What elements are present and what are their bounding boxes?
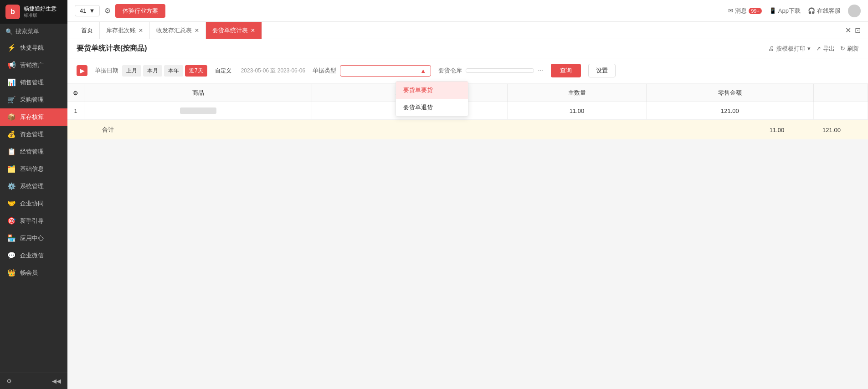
sidebar-item-basic[interactable]: 🗂️ 基础信息 [0,160,67,178]
tab-home[interactable]: 首页 [75,22,100,39]
filter-bar: ▶ 单据日期 上月 本月 本年 近7天 自定义 2023-05-06 至 202… [67,58,868,83]
tab-batch-account[interactable]: 库存批次账 ✕ [100,22,150,39]
search-icon: 🔍 [5,28,13,35]
th-product: 商品 [84,84,312,102]
sidebar: b 畅捷通好生意 标准版 🔍 搜索菜单 ⚡ 快捷导航 📢 营销推广 📊 销售管理… [0,0,67,389]
sidebar-item-member[interactable]: 👑 畅会员 [0,264,67,282]
online-service-action[interactable]: 🎧 在线客服 [808,7,841,15]
tab-delivery-summary[interactable]: 收发存汇总表 ✕ [150,22,206,39]
tabs-bar: 首页 库存批次账 ✕ 收发存汇总表 ✕ 要货单统计表 ✕ ✕ ⊡ [67,22,868,39]
footer-label: 合计 [93,126,114,134]
sidebar-bottom: ⚙ ◀◀ [0,373,67,389]
user-avatar[interactable] [848,5,861,17]
sidebar-item-wechat[interactable]: 💬 企业微信 [0,247,67,264]
header-right: ✉ 消息 99+ 📱 App下载 🎧 在线客服 [728,5,861,17]
th-quantity: 主数量 [508,84,647,102]
box-icon: 📦 [7,113,15,121]
warehouse-select[interactable] [466,68,534,73]
tab-order-stats[interactable]: 要货单统计表 ✕ [206,22,262,39]
dropdown-item-return[interactable]: 要货单退货 [396,99,468,116]
printer-icon: 🖨 [768,45,774,52]
megaphone-icon: 📢 [7,61,15,69]
top-header: 41 ▼ ⚙ 体验行业方案 ✉ 消息 99+ 📱 App下载 🎧 在线客服 [67,0,868,22]
tab-close-all-icon[interactable]: ✕ [845,26,851,35]
headset-icon: 🎧 [808,7,815,14]
type-filter-label: 单据类型 [313,67,336,75]
th-settings[interactable]: ⚙ [67,84,84,102]
sidebar-item-enterprise[interactable]: 🤝 企业协同 [0,195,67,212]
this-month-btn[interactable]: 本月 [143,65,162,77]
print-action[interactable]: 🖨 按模板打印 ▾ [768,45,811,53]
chevron-up-icon: ▲ [420,67,426,74]
tab-close-order-stats[interactable]: ✕ [251,27,255,34]
sidebar-item-inventory[interactable]: 📦 库存核算 [0,108,67,126]
tab-expand-icon[interactable]: ⊡ [855,26,861,35]
page-actions: 🖨 按模板打印 ▾ ↗ 导出 ↻ 刷新 [768,45,859,53]
cell-quantity: 11.00 [508,102,647,120]
sidebar-logo: b 畅捷通好生意 标准版 [0,0,67,24]
clipboard-icon: 📋 [7,148,15,156]
date-range-display: 2023-05-06 至 2023-06-06 [241,67,305,75]
money-icon: 💰 [7,130,15,138]
lightning-icon: ⚡ [7,44,15,52]
sidebar-item-finance[interactable]: 💰 资金管理 [0,126,67,143]
store-icon: 🏪 [7,234,15,242]
dropdown-item-order[interactable]: 要货单要货 [396,82,468,99]
message-action[interactable]: ✉ 消息 99+ [728,7,762,15]
filter-expand-button[interactable]: ▶ [77,65,87,76]
tenant-selector[interactable]: 41 ▼ [75,5,100,16]
type-dropdown-menu: 要货单要货 要货单退货 [395,81,468,117]
search-menu-item[interactable]: 🔍 搜索菜单 [0,24,67,39]
tab-close-batch-account[interactable]: ✕ [139,27,143,34]
date-filter-label: 单据日期 [95,67,118,75]
header-settings-icon[interactable]: ⚙ [104,6,111,15]
page-header: 要货单统计表(按商品) 🖨 按模板打印 ▾ ↗ 导出 ↻ 刷新 [67,39,868,58]
app-download-action[interactable]: 📱 App下载 [769,7,801,15]
query-button[interactable]: 查询 [551,64,581,77]
sidebar-item-purchase[interactable]: 🛒 采购管理 [0,91,67,108]
collapse-sidebar-icon[interactable]: ◀◀ [52,378,61,384]
export-action[interactable]: ↗ 导出 [816,45,835,53]
export-icon: ↗ [816,45,821,52]
settings-bottom-icon[interactable]: ⚙ [6,378,12,384]
refresh-action[interactable]: ↻ 刷新 [840,45,859,53]
settings-button[interactable]: 设置 [588,64,616,77]
sidebar-nav: ⚡ 快捷导航 📢 营销推广 📊 销售管理 🛒 采购管理 📦 库存核算 💰 资金管… [0,39,67,373]
sidebar-item-operation[interactable]: 📋 经营管理 [0,143,67,160]
page-content: 要货单统计表(按商品) 🖨 按模板打印 ▾ ↗ 导出 ↻ 刷新 ▶ [67,39,868,389]
main-area: 41 ▼ ⚙ 体验行业方案 ✉ 消息 99+ 📱 App下载 🎧 在线客服 [67,0,868,389]
sidebar-item-quick-nav[interactable]: ⚡ 快捷导航 [0,39,67,56]
tabs-right-controls: ✕ ⊡ [845,26,861,35]
sidebar-item-appstore[interactable]: 🏪 应用中心 [0,230,67,247]
th-extra [813,84,868,102]
crown-icon: 👑 [7,269,15,277]
sidebar-item-system[interactable]: ⚙️ 系统管理 [0,178,67,195]
footer-amount: 121.00 [804,127,859,133]
table-footer: 合计 11.00 121.00 [67,120,868,139]
more-options-icon[interactable]: ··· [538,67,544,75]
sidebar-item-sales[interactable]: 📊 销售管理 [0,74,67,91]
date-quick-buttons: 上月 本月 本年 近7天 [122,65,207,77]
last-month-btn[interactable]: 上月 [122,65,141,77]
type-select[interactable]: ▲ [340,65,431,77]
cart-icon: 🛒 [7,96,15,104]
cell-seq: 1 [67,102,84,120]
chat-icon: 💬 [7,251,15,260]
folder-icon: 🗂️ [7,165,15,173]
date-filter-group: 单据日期 上月 本月 本年 近7天 自定义 2023-05-06 至 2023-… [95,65,305,77]
chart-icon: 📊 [7,78,15,87]
trial-button[interactable]: 体验行业方案 [115,4,165,18]
footer-quantity: 11.00 [750,127,804,133]
chevron-down-icon: ▼ [89,7,95,14]
this-year-btn[interactable]: 本年 [164,65,183,77]
tab-close-delivery-summary[interactable]: ✕ [195,27,199,34]
last-7-days-btn[interactable]: 近7天 [185,65,207,77]
warehouse-filter-group: 要货仓库 ··· [438,67,544,75]
sidebar-item-newbie[interactable]: 🎯 新手引导 [0,212,67,230]
custom-date-btn[interactable]: 自定义 [211,65,236,77]
warehouse-filter-label: 要货仓库 [438,67,462,75]
sidebar-item-marketing[interactable]: 📢 营销推广 [0,56,67,74]
header-left: 41 ▼ ⚙ 体验行业方案 [75,4,723,18]
handshake-icon: 🤝 [7,200,15,208]
page-title: 要货单统计表(按商品) [77,44,147,53]
